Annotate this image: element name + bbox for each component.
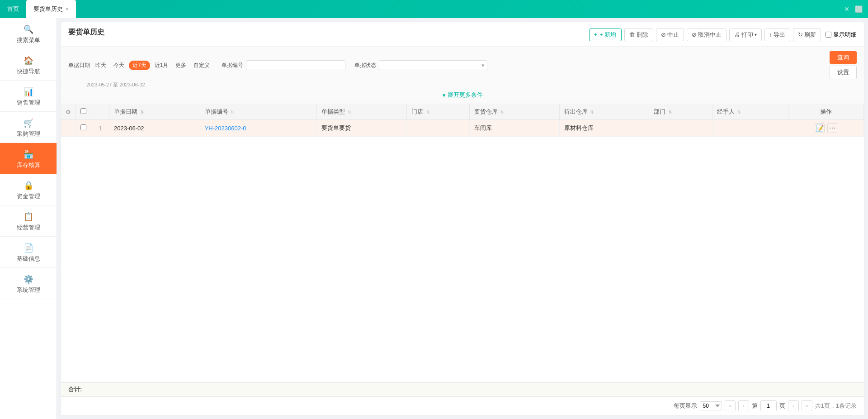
last7days-btn[interactable]: 近7天 xyxy=(129,61,150,70)
display-detail-container[interactable]: 显示明细 xyxy=(826,31,857,39)
table-header-row: ⚙ 单据日期 ⇅ 单据编号 ⇅ xyxy=(61,104,864,120)
stop-button[interactable]: ⊘ 中止 xyxy=(656,29,684,41)
prev-page-button[interactable]: ‹ xyxy=(738,400,749,411)
sidebar-item-sales-mgmt[interactable]: 📊 销售管理 xyxy=(0,81,57,112)
toolbar-right: + + 新增 🗑 删除 ⊘ 中止 ⊘ 取消中止 xyxy=(589,29,857,41)
print-button[interactable]: 🖨 打印 ▾ xyxy=(729,29,762,41)
setting-button[interactable]: 设置 xyxy=(830,66,857,79)
sort-doc-type-icon: ⇅ xyxy=(348,110,351,114)
page-number-input[interactable] xyxy=(760,400,777,411)
stop-icon: ⊘ xyxy=(661,31,666,38)
refresh-icon: ↻ xyxy=(798,31,803,38)
doc-date-label: 单据日期 xyxy=(68,62,90,69)
page-label: 第 xyxy=(752,402,758,410)
sidebar-item-finance-mgmt[interactable]: 🔒 资金管理 xyxy=(0,174,57,205)
top-bar: 首页 要货单历史 × ✕ ⬜ xyxy=(0,0,868,18)
col-settings[interactable]: ⚙ xyxy=(61,104,76,120)
expand-icon: ▾ xyxy=(443,92,446,99)
today-btn[interactable]: 今天 xyxy=(111,61,127,70)
page-title: 要货单历史 xyxy=(68,28,104,37)
doc-number-input[interactable] xyxy=(246,60,345,70)
col-operations: 操作 xyxy=(788,104,864,120)
page-unit: 页 xyxy=(779,402,785,410)
sidebar-item-quick-nav[interactable]: 🏠 快捷导航 xyxy=(0,49,57,81)
display-detail-checkbox[interactable] xyxy=(826,32,831,38)
new-icon: + xyxy=(594,31,598,38)
sidebar-item-search-menu[interactable]: 🔍 搜索菜单 xyxy=(0,18,57,49)
tab-requisition-history[interactable]: 要货单历史 × xyxy=(26,0,76,18)
expand-more-btn[interactable]: ▾ 展开更多条件 xyxy=(68,91,857,99)
row-store-cell xyxy=(407,120,470,137)
query-button[interactable]: 查询 xyxy=(830,51,857,64)
col-handler[interactable]: 经手人 ⇅ xyxy=(712,104,788,120)
export-button[interactable]: ↑ 导出 xyxy=(764,29,791,41)
tab-home[interactable]: 首页 xyxy=(0,0,26,18)
sort-req-warehouse-icon: ⇅ xyxy=(500,110,504,114)
sidebar-item-purchase-mgmt[interactable]: 🛒 采购管理 xyxy=(0,112,57,143)
inventory-icon: 🏪 xyxy=(24,149,33,159)
row-checkbox[interactable] xyxy=(80,124,86,130)
sort-department-icon: ⇅ xyxy=(668,110,672,114)
col-req-warehouse[interactable]: 要货仓库 ⇅ xyxy=(470,104,560,120)
row-settings-cell xyxy=(61,120,76,137)
sort-doc-date-icon: ⇅ xyxy=(140,110,144,114)
refresh-button[interactable]: ↻ 刷新 xyxy=(793,29,821,41)
next-page-button[interactable]: › xyxy=(788,400,799,411)
row-index-cell: 1 xyxy=(91,120,109,137)
doc-number-label: 单据编号 xyxy=(222,62,243,69)
filter-doc-status: 单据状态 ▾ xyxy=(354,60,487,70)
per-page-select[interactable]: 50 20 100 xyxy=(700,401,722,410)
sidebar-item-system-mgmt[interactable]: ⚙️ 系统管理 xyxy=(0,268,57,299)
pagination-bar: 每页显示 50 20 100 « ‹ 第 页 › » 共1页，1条记录 xyxy=(61,396,864,415)
window-close-icon[interactable]: ✕ xyxy=(844,5,849,13)
filter-doc-number: 单据编号 xyxy=(222,60,345,70)
sort-handler-icon: ⇅ xyxy=(737,110,741,114)
col-doc-type[interactable]: 单据类型 ⇅ xyxy=(317,104,407,120)
finance-mgmt-icon: 🔒 xyxy=(24,181,33,190)
row-doc-type-cell: 要货单要货 xyxy=(317,120,407,137)
col-store[interactable]: 门店 ⇅ xyxy=(407,104,470,120)
select-all-checkbox[interactable] xyxy=(80,108,86,114)
row-doc-number-cell: YH-20230602-0 xyxy=(200,120,317,137)
search-menu-icon: 🔍 xyxy=(24,24,33,34)
row-department-cell xyxy=(649,120,712,137)
doc-status-label: 单据状态 xyxy=(354,62,376,69)
sidebar-item-ops-mgmt[interactable]: 📋 经营管理 xyxy=(0,205,57,237)
row-handler-cell xyxy=(712,120,788,137)
yesterday-btn[interactable]: 昨天 xyxy=(93,61,109,70)
col-department[interactable]: 部门 ⇅ xyxy=(649,104,712,120)
col-doc-date[interactable]: 单据日期 ⇅ xyxy=(109,104,200,120)
new-button[interactable]: + + 新增 xyxy=(589,29,622,41)
first-page-button[interactable]: « xyxy=(725,400,736,411)
close-tab-icon[interactable]: × xyxy=(66,6,69,12)
last1month-btn[interactable]: 近1月 xyxy=(152,61,171,70)
quick-date-buttons: 昨天 今天 近7天 近1月 更多 自定义 xyxy=(93,61,212,70)
window-maximize-icon[interactable]: ⬜ xyxy=(855,5,863,13)
cancel-stop-button[interactable]: ⊘ 取消中止 xyxy=(687,29,726,41)
row-edit-icon[interactable]: 📝 xyxy=(815,123,825,133)
row-req-warehouse-cell: 车间库 xyxy=(470,120,560,137)
filter-doc-date: 单据日期 昨天 今天 近7天 近1月 更多 自定义 xyxy=(68,61,212,70)
custom-btn[interactable]: 自定义 xyxy=(191,61,212,70)
row-doc-date-cell: 2023-06-02 xyxy=(109,120,200,137)
sales-mgmt-icon: 📊 xyxy=(24,87,33,97)
delete-button[interactable]: 🗑 删除 xyxy=(624,29,653,41)
col-checkbox xyxy=(76,104,91,120)
basic-info-icon: 📄 xyxy=(24,243,33,253)
col-pending-warehouse[interactable]: 待出仓库 ⇅ xyxy=(559,104,649,120)
doc-number-link[interactable]: YH-20230602-0 xyxy=(205,125,246,132)
doc-status-input[interactable] xyxy=(379,60,487,70)
more-btn[interactable]: 更多 xyxy=(173,61,189,70)
col-doc-number[interactable]: 单据编号 ⇅ xyxy=(200,104,317,120)
filter-row: 单据日期 昨天 今天 近7天 近1月 更多 自定义 单据编号 xyxy=(68,51,857,79)
ops-mgmt-icon: 📋 xyxy=(24,212,33,222)
row-more-icon[interactable]: ⋯ xyxy=(827,123,837,133)
last-page-button[interactable]: » xyxy=(802,400,812,411)
total-label: 合计: xyxy=(68,386,82,393)
row-checkbox-cell[interactable] xyxy=(76,120,91,137)
delete-icon: 🗑 xyxy=(629,31,635,38)
print-dropdown-icon: ▾ xyxy=(755,32,757,37)
tab-bar: 首页 要货单历史 × xyxy=(0,0,76,18)
sidebar-item-basic-info[interactable]: 📄 基础信息 xyxy=(0,237,57,268)
sidebar-item-inventory[interactable]: 🏪 库存核算 xyxy=(0,143,57,174)
